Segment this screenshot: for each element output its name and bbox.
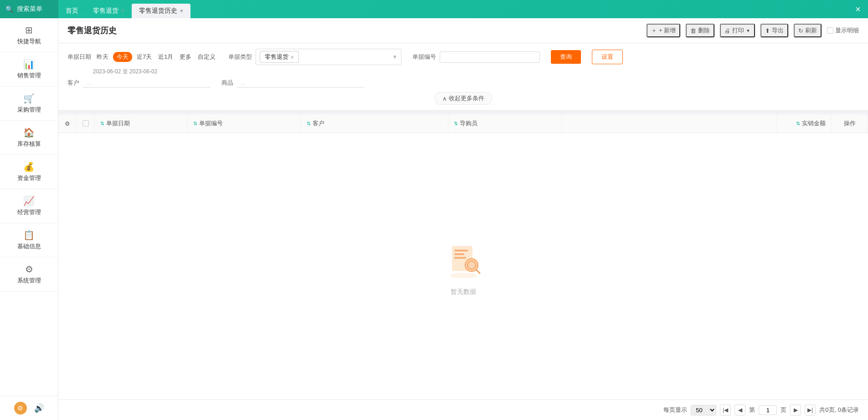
page-actions: ＋ + 新增 🗑 删除 🖨 打印 ▼ ⬆ 导出 ↻	[647, 24, 859, 37]
tab-retail-return-history-label: 零售退货历史	[139, 7, 177, 15]
page-title: 零售退货历史	[67, 25, 117, 36]
empty-icon	[441, 237, 486, 282]
sidebar-item-finance[interactable]: 💰 资金管理	[0, 155, 58, 189]
type-select[interactable]: 零售退货 × ▼	[256, 49, 401, 65]
type-tag-retail-return[interactable]: 零售退货 ×	[260, 51, 299, 63]
print-button[interactable]: 🖨 打印 ▼	[720, 24, 755, 37]
window-close-btn[interactable]: ×	[855, 4, 868, 15]
settings-gear-btn[interactable]: ⚙	[14, 402, 27, 415]
collapse-icon: ∧	[442, 95, 447, 102]
page-header: 零售退货历史 ＋ + 新增 🗑 删除 🖨 打印 ▼ ⬆ 导出	[58, 18, 868, 43]
th-gear[interactable]: ⚙	[58, 114, 77, 133]
date-opt-1month[interactable]: 近1月	[156, 52, 175, 62]
type-filter-label: 单据类型	[228, 53, 252, 61]
date-filter: 单据日期 昨天 今天 近7天 近1月 更多 自定义	[67, 52, 217, 62]
tab-bar: 首页 零售退货 × 零售退货历史 ×	[58, 0, 855, 18]
sidebar-item-finance-label: 资金管理	[17, 174, 41, 182]
query-button[interactable]: 查询	[551, 50, 581, 64]
sidebar-item-inventory[interactable]: 🏠 库存核算	[0, 121, 58, 155]
filter-row-2: 客户 ... 商品 ...	[67, 78, 859, 87]
delete-button[interactable]: 🗑 删除	[686, 24, 714, 37]
last-page-btn[interactable]: ▶|	[805, 405, 816, 415]
voucher-filter-label: 单据编号	[412, 53, 436, 61]
page-size-label: 每页显示	[663, 406, 687, 414]
goods-input-wrap[interactable]: ...	[237, 78, 365, 87]
tab-retail-return-history[interactable]: 零售退货历史 ×	[132, 4, 190, 18]
collapse-filter-btn[interactable]: ∧ 收起更多条件	[435, 92, 492, 105]
new-button[interactable]: ＋ + 新增	[647, 24, 680, 37]
sidebar-item-purchase-label: 采购管理	[17, 106, 41, 114]
set-button[interactable]: 设置	[592, 50, 623, 64]
goods-filter-label: 商品	[221, 79, 233, 87]
page-size-select[interactable]: 10 20 50 100	[691, 405, 716, 415]
svg-rect-3	[454, 253, 464, 255]
th-billno: ⇅ 单据编号	[188, 114, 301, 133]
type-tag-remove[interactable]: ×	[290, 54, 294, 61]
next-page-btn[interactable]: ▶	[790, 405, 801, 415]
tab-retail-return-close[interactable]: ×	[121, 8, 124, 14]
system-icon: ⚙	[25, 264, 33, 275]
search-label: 搜索菜单	[17, 5, 42, 13]
tab-retail-return[interactable]: 零售退货 ×	[86, 4, 132, 18]
customer-placeholder: ...	[87, 79, 92, 86]
th-date: ⇅ 单据日期	[95, 114, 188, 133]
print-dropdown-icon: ▼	[746, 28, 750, 33]
date-opt-7days[interactable]: 近7天	[135, 52, 154, 62]
th-guide-sort-icon[interactable]: ⇅	[454, 121, 458, 127]
th-billno-sort-icon[interactable]: ⇅	[193, 121, 197, 127]
sidebar-item-quick-nav-label: 快捷导航	[17, 37, 41, 46]
print-icon: 🖨	[724, 27, 730, 34]
goods-filter: 商品 ...	[221, 78, 365, 87]
type-filter: 单据类型 零售退货 × ▼	[228, 49, 401, 65]
sidebar-item-sales[interactable]: 📊 销售管理	[0, 52, 58, 87]
customer-input-wrap[interactable]: ...	[83, 78, 211, 87]
tab-retail-return-history-close[interactable]: ×	[180, 8, 183, 14]
search-menu-btn[interactable]: 🔍 搜索菜单	[0, 0, 58, 18]
top-bar: 🔍 搜索菜单 首页 零售退货 × 零售退货历史 × ×	[0, 0, 868, 18]
date-opt-yesterday[interactable]: 昨天	[95, 52, 110, 62]
operations-icon: 📈	[23, 195, 35, 206]
svg-line-7	[476, 270, 480, 273]
show-detail-checkbox[interactable]	[827, 27, 833, 34]
th-amount-sort-icon[interactable]: ⇅	[796, 121, 800, 127]
tab-retail-return-label: 零售退货	[93, 7, 118, 15]
voucher-input-wrap	[440, 51, 540, 63]
pagination: 每页显示 10 20 50 100 |◀ ◀ 第 1 页 ▶ ▶| 共0页, 0…	[58, 400, 868, 420]
th-date-sort-icon[interactable]: ⇅	[100, 121, 104, 127]
th-checkbox[interactable]	[77, 114, 95, 133]
refresh-button[interactable]: ↻ 刷新	[794, 24, 822, 37]
content-area: 零售退货历史 ＋ + 新增 🗑 删除 🖨 打印 ▼ ⬆ 导出	[58, 18, 868, 420]
show-detail-toggle[interactable]: 显示明细	[827, 26, 859, 35]
date-opt-more[interactable]: 更多	[178, 52, 193, 62]
sidebar-item-basic-info[interactable]: 📋 基础信息	[0, 223, 58, 257]
sidebar-item-purchase[interactable]: 🛒 采购管理	[0, 87, 58, 121]
th-customer: ⇅ 客户	[301, 114, 448, 133]
first-page-btn[interactable]: |◀	[720, 405, 731, 415]
export-button[interactable]: ⬆ 导出	[760, 24, 788, 37]
sidebar-item-basic-info-label: 基础信息	[17, 242, 41, 251]
empty-state: 暂无数据	[58, 133, 868, 400]
tab-home[interactable]: 首页	[58, 4, 86, 18]
sound-btn[interactable]: 🔊	[34, 403, 44, 413]
tab-home-label: 首页	[66, 7, 78, 15]
svg-rect-2	[454, 250, 468, 251]
page-input[interactable]: 1	[759, 405, 777, 415]
sidebar-item-quick-nav[interactable]: ⊞ 快捷导航	[0, 18, 58, 52]
date-options: 昨天 今天 近7天 近1月 更多 自定义	[95, 52, 217, 62]
voucher-input[interactable]	[444, 54, 536, 61]
page-unit: 页	[781, 406, 786, 414]
sales-icon: 📊	[23, 59, 35, 70]
basic-info-icon: 📋	[23, 230, 35, 241]
date-opt-today[interactable]: 今天	[113, 52, 132, 62]
sidebar-item-system[interactable]: ⚙ 系统管理	[0, 257, 58, 292]
select-all-checkbox[interactable]	[82, 120, 89, 127]
date-opt-custom[interactable]: 自定义	[196, 52, 217, 62]
th-customer-sort-icon[interactable]: ⇅	[307, 121, 311, 127]
purchase-icon: 🛒	[23, 93, 35, 104]
sidebar-item-sales-label: 销售管理	[17, 72, 41, 80]
prev-page-btn[interactable]: ◀	[734, 405, 745, 415]
sidebar-item-operations[interactable]: 📈 经营管理	[0, 189, 58, 223]
customer-filter: 客户 ...	[67, 78, 211, 87]
empty-text: 暂无数据	[451, 288, 476, 296]
main-layout: ⊞ 快捷导航 📊 销售管理 🛒 采购管理 🏠 库存核算 💰 资金管理 📈 经营管…	[0, 18, 868, 420]
